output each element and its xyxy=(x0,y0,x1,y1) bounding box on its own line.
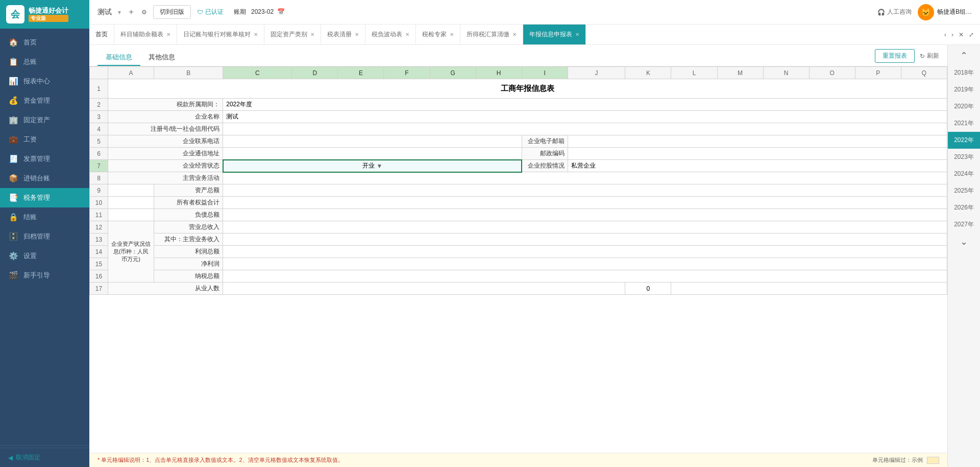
row-17-rest[interactable] xyxy=(671,283,947,295)
sidebar-item-guide[interactable]: 🎬新手引导 xyxy=(0,266,89,285)
year-nav-item[interactable]: 2027年 xyxy=(948,216,980,233)
year-nav-item[interactable]: 2018年 xyxy=(948,64,980,81)
row-1-header: 1 xyxy=(90,79,108,99)
tab-label: 科目辅助余额表 xyxy=(120,30,163,39)
close-icon: 🔒 xyxy=(8,213,18,222)
sidebar-unpin[interactable]: ◀ 取消固定 xyxy=(0,448,89,467)
tab-label: 固定资产类别 xyxy=(271,30,307,39)
row-15-value[interactable] xyxy=(223,258,947,270)
reset-button[interactable]: 重置报表 xyxy=(875,49,915,63)
row-7-extra-value[interactable]: 私营企业 xyxy=(568,160,947,172)
year-nav-item[interactable]: 2021年 xyxy=(948,115,980,132)
row-4-value[interactable] xyxy=(223,123,947,135)
row-14-value[interactable] xyxy=(223,246,947,258)
spreadsheet: A B C D E F G H I J K L M xyxy=(89,66,947,295)
sidebar-item-tax[interactable]: 📑税务管理 xyxy=(0,188,89,207)
year-nav-item[interactable]: 2024年 xyxy=(948,166,980,182)
sidebar-item-fund[interactable]: 💰资金管理 xyxy=(0,91,89,110)
dropdown-chevron-icon[interactable]: ▾ xyxy=(118,9,121,16)
tab-tax-expert[interactable]: 税检专家✕ xyxy=(416,25,460,44)
year-nav-item[interactable]: 2019年 xyxy=(948,81,980,98)
dropdown-arrow-icon[interactable]: ▼ xyxy=(377,162,383,170)
spreadsheet-container[interactable]: A B C D E F G H I J K L M xyxy=(89,66,947,453)
year-nav-item[interactable]: 2025年 xyxy=(948,182,980,199)
subtab-basic[interactable]: 基础信息 xyxy=(97,50,140,66)
pin-icon: ◀ xyxy=(8,454,13,461)
refresh-button[interactable]: ↻ 刷新 xyxy=(920,52,939,60)
year-nav-up-button[interactable]: ⌃ xyxy=(957,47,971,64)
tab-close-icon[interactable]: ✕ xyxy=(355,32,359,37)
row-5-extra-value[interactable] xyxy=(568,135,947,148)
year-nav-down-button[interactable]: ⌄ xyxy=(957,233,971,250)
tab-annual-report[interactable]: 年报信息申报表✕ xyxy=(523,25,586,44)
year-nav-item[interactable]: 2020年 xyxy=(948,98,980,115)
topbar: 测试 ▾ ＋ ⚙ 切到旧版 🛡 已认证 账期 2023-02 📅 🎧 人工咨询 … xyxy=(89,0,980,25)
sidebar-item-ledger[interactable]: 📋总账 xyxy=(0,52,89,72)
add-tab-button[interactable]: ＋ xyxy=(127,7,135,17)
row-8-value[interactable] xyxy=(223,172,947,184)
tab-close-icon[interactable]: ✕ xyxy=(450,32,454,37)
tab-close-icon[interactable]: ✕ xyxy=(310,32,314,37)
row-17-value[interactable] xyxy=(223,283,625,295)
switch-version-button[interactable]: 切到旧版 xyxy=(153,5,191,19)
row-5-value[interactable] xyxy=(223,135,522,148)
tab-expand-button[interactable]: ⤢ xyxy=(967,29,976,40)
tab-fixed-assets[interactable]: 固定资产类别✕ xyxy=(264,25,321,44)
main-content: 测试 ▾ ＋ ⚙ 切到旧版 🛡 已认证 账期 2023-02 📅 🎧 人工咨询 … xyxy=(89,0,980,467)
tab-label: 税检专家 xyxy=(422,30,447,39)
sidebar-item-label: 结账 xyxy=(23,213,37,222)
tab-tax-calc[interactable]: 所得税汇算清缴✕ xyxy=(460,25,523,44)
tab-tax-wave[interactable]: 税负波动表✕ xyxy=(365,25,416,44)
title-cell[interactable]: 工商年报信息表 xyxy=(108,79,947,99)
row-9-value[interactable] xyxy=(223,184,947,197)
row-10-value[interactable] xyxy=(223,197,947,209)
row-13-value[interactable] xyxy=(223,233,947,246)
settings-icon[interactable]: ⚙ xyxy=(141,9,147,16)
table-row: 3 企业名称 测试 xyxy=(90,111,947,123)
sidebar-item-invoice[interactable]: 🧾发票管理 xyxy=(0,149,89,169)
subtab-other[interactable]: 其他信息 xyxy=(140,50,183,66)
row-11-header: 11 xyxy=(90,209,108,221)
service-button[interactable]: 🎧 人工咨询 xyxy=(877,8,912,16)
service-label: 人工咨询 xyxy=(887,8,912,16)
tab-close-icon[interactable]: ✕ xyxy=(254,32,258,37)
tab-close-icon[interactable]: ✕ xyxy=(405,32,409,37)
sidebar-item-archive[interactable]: 🗄️归档管理 xyxy=(0,227,89,246)
archive-icon: 🗄️ xyxy=(8,232,18,241)
row-17-count[interactable]: 0 xyxy=(625,283,671,295)
tab-tax-return[interactable]: 税表清册✕ xyxy=(321,25,365,44)
tab-close-icon[interactable]: ✕ xyxy=(575,32,579,37)
year-nav-item[interactable]: 2023年 xyxy=(948,149,980,166)
user-menu[interactable]: 🐱 畅捷通B组… xyxy=(918,4,972,20)
row-11-value[interactable] xyxy=(223,209,947,221)
row-2-value[interactable]: 2022年度 xyxy=(223,99,947,111)
tab-close-icon[interactable]: ✕ xyxy=(166,32,170,37)
tab-close-all-button[interactable]: ✕ xyxy=(957,29,966,40)
sidebar-item-assets[interactable]: 🏢固定资产 xyxy=(0,110,89,130)
row-3-value[interactable]: 测试 xyxy=(223,111,947,123)
sidebar-item-report[interactable]: 📊报表中心 xyxy=(0,72,89,91)
row-16-value[interactable] xyxy=(223,270,947,283)
tab-close-icon[interactable]: ✕ xyxy=(512,32,517,37)
row-6-value[interactable] xyxy=(223,148,522,160)
subtab-bar: 基础信息 其他信息 重置报表 ↻ 刷新 xyxy=(89,45,947,66)
table-row: 10 所有者权益合计 xyxy=(90,197,947,209)
guide-icon: 🎬 xyxy=(8,271,18,280)
sidebar-item-close[interactable]: 🔒结账 xyxy=(0,207,89,227)
sidebar-item-inventory[interactable]: 📦进销台账 xyxy=(0,169,89,188)
col-E-header: E xyxy=(338,67,384,79)
sidebar-item-salary[interactable]: 💼工资 xyxy=(0,130,89,149)
year-nav-item[interactable]: 2022年 xyxy=(948,132,980,149)
tab-next-button[interactable]: › xyxy=(949,29,955,40)
row-6-extra-value[interactable] xyxy=(568,148,947,160)
tab-prev-button[interactable]: ‹ xyxy=(942,29,948,40)
row-10-group xyxy=(108,197,154,209)
sidebar-item-home[interactable]: 🏠首页 xyxy=(0,33,89,52)
tab-home[interactable]: 首页 xyxy=(89,25,114,44)
tab-journal-bank[interactable]: 日记账与银行对账单核对✕ xyxy=(177,25,264,44)
row-12-value[interactable] xyxy=(223,221,947,233)
year-nav-item[interactable]: 2026年 xyxy=(948,199,980,216)
sidebar-item-settings[interactable]: ⚙️设置 xyxy=(0,246,89,266)
tab-aux-balance[interactable]: 科目辅助余额表✕ xyxy=(114,25,177,44)
row-7-value[interactable]: 开业 ▼ xyxy=(223,160,522,172)
